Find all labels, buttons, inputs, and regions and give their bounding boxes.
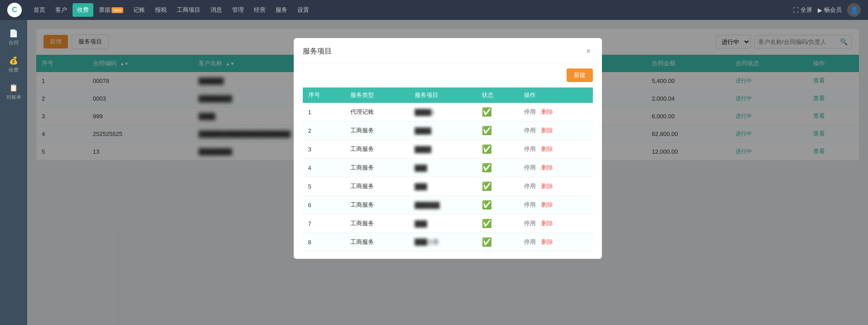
modal-cell-status: ✅ [476,159,519,177]
modal-cell-item: ████ [409,140,476,159]
modal-cell-status: ✅ [476,214,519,233]
nav-item-工商项目[interactable]: 工商项目 [172,3,205,17]
modal-col-type: 服务类型 [345,87,409,103]
sidebar-icon: 📄 [9,28,19,38]
status-check-icon: ✅ [482,200,492,209]
delete-button[interactable]: 删除 [541,183,553,189]
modal-title: 服务项目 [303,47,584,56]
modal-cell-status: ✅ [476,103,519,121]
modal-table-row: 8 工商服务 ███注册 ✅ 停用 删除 [303,233,593,252]
modal-col-item: 服务项目 [409,87,476,103]
modal-cell-item: ██████ [409,196,476,214]
sidebar-label: 合同 [9,39,19,46]
modal-cell-item: ███ [409,177,476,196]
modal-cell-type: 工商服务 [345,121,409,140]
status-check-icon: ✅ [482,219,492,228]
nav-item-消息[interactable]: 消息 [206,3,227,17]
nav-item-客户[interactable]: 客户 [51,3,72,17]
sidebar-icon: 📋 [9,82,19,92]
modal-cell-status: ✅ [476,233,519,252]
stop-button[interactable]: 停用 [524,146,536,152]
stop-button[interactable]: 停用 [524,238,536,245]
delete-button[interactable]: 删除 [541,127,553,134]
modal-cell-seq: 3 [303,140,345,159]
sidebar: 📄合同💰收费📋对账单 [0,20,27,325]
delete-button[interactable]: 删除 [541,238,553,245]
modal-cell-seq: 2 [303,121,345,140]
modal-close-button[interactable]: × [584,45,593,57]
modal-cell-type: 工商服务 [345,140,409,159]
nav-item-服务[interactable]: 服务 [271,3,292,17]
modal-cell-status: ✅ [476,140,519,159]
delete-button[interactable]: 删除 [541,164,553,171]
delete-button[interactable]: 删除 [541,108,553,115]
delete-button[interactable]: 删除 [541,220,553,227]
modal-cell-actions: 停用 删除 [519,159,593,177]
modal-cell-item: ███ [409,214,476,233]
modal-col-status: 状态 [476,87,519,103]
status-check-icon: ✅ [482,182,492,191]
status-check-icon: ✅ [482,107,492,116]
sidebar-icon: 💰 [9,55,19,65]
modal-cell-item: ████ [409,121,476,140]
modal-cell-actions: 停用 删除 [519,177,593,196]
modal-col-seq: 序号 [303,87,345,103]
member-icon: ▶ [818,7,822,14]
nav-item-收费[interactable]: 收费 [73,3,93,17]
modal-cell-seq: 4 [303,159,345,177]
nav-item-报税[interactable]: 报税 [150,3,171,17]
modal-table-row: 7 工商服务 ███ ✅ 停用 删除 [303,214,593,233]
modal-header: 服务项目 × [294,38,602,63]
stop-button[interactable]: 停用 [524,183,536,189]
stop-button[interactable]: 停用 [524,127,536,134]
sidebar-label: 收费 [9,67,19,73]
modal-table-row: 3 工商服务 ████ ✅ 停用 删除 [303,140,593,159]
modal-overlay: 服务项目 × 新建 序号 服务类型 服务项目 状态 [27,20,868,325]
nav-item-设置[interactable]: 设置 [293,3,314,17]
sidebar-item-对账单[interactable]: 📋对账单 [0,79,27,104]
nav-item-经营[interactable]: 经营 [249,3,270,17]
main-layout: 📄合同💰收费📋对账单 新增 服务项目 进行中 全部 已结束 未开始 🔍 [0,20,868,325]
modal-new-button[interactable]: 新建 [567,68,593,82]
status-check-icon: ✅ [482,126,492,135]
modal-cell-seq: 5 [303,177,345,196]
sidebar-item-合同[interactable]: 📄合同 [0,24,27,50]
modal-cell-item: ███注册 [409,233,476,252]
nav-item-管理[interactable]: 管理 [228,3,248,17]
sidebar-item-收费[interactable]: 💰收费 [0,52,27,77]
nav-item-票据[interactable]: 票据new [94,3,128,17]
modal-cell-actions: 停用 删除 [519,103,593,121]
modal-table-row: 2 工商服务 ████ ✅ 停用 删除 [303,121,593,140]
modal-cell-seq: 6 [303,196,345,214]
modal-cell-type: 工商服务 [345,159,409,177]
modal-cell-type: 工商服务 [345,177,409,196]
service-table: 序号 服务类型 服务项目 状态 操作 1 代理记账 ████1 ✅ 停用 删除 … [303,87,593,252]
sidebar-label: 对账单 [6,94,21,101]
modal-cell-seq: 8 [303,233,345,252]
modal-cell-seq: 1 [303,103,345,121]
status-check-icon: ✅ [482,145,492,154]
modal-table-wrap: 序号 服务类型 服务项目 状态 操作 1 代理记账 ████1 ✅ 停用 删除 … [294,87,602,259]
modal-cell-item: ████1 [409,103,476,121]
fullscreen-icon: ⛶ [793,7,799,14]
modal-cell-status: ✅ [476,177,519,196]
fullscreen-button[interactable]: ⛶ 全屏 [793,6,812,14]
stop-button[interactable]: 停用 [524,201,536,208]
stop-button[interactable]: 停用 [524,164,536,171]
modal-col-action: 操作 [519,87,593,103]
delete-button[interactable]: 删除 [541,146,553,152]
modal-cell-status: ✅ [476,196,519,214]
modal-toolbar: 新建 [294,63,602,87]
modal-cell-actions: 停用 删除 [519,140,593,159]
member-button[interactable]: ▶ 畅会员 [818,6,842,14]
modal-cell-seq: 7 [303,214,345,233]
nav-item-首页[interactable]: 首页 [29,3,50,17]
stop-button[interactable]: 停用 [524,108,536,115]
delete-button[interactable]: 删除 [541,201,553,208]
modal-cell-item: ███ [409,159,476,177]
avatar[interactable]: 👤 [847,3,861,17]
status-check-icon: ✅ [482,163,492,172]
stop-button[interactable]: 停用 [524,220,536,227]
modal-cell-actions: 停用 删除 [519,233,593,252]
nav-item-记账[interactable]: 记账 [129,3,150,17]
